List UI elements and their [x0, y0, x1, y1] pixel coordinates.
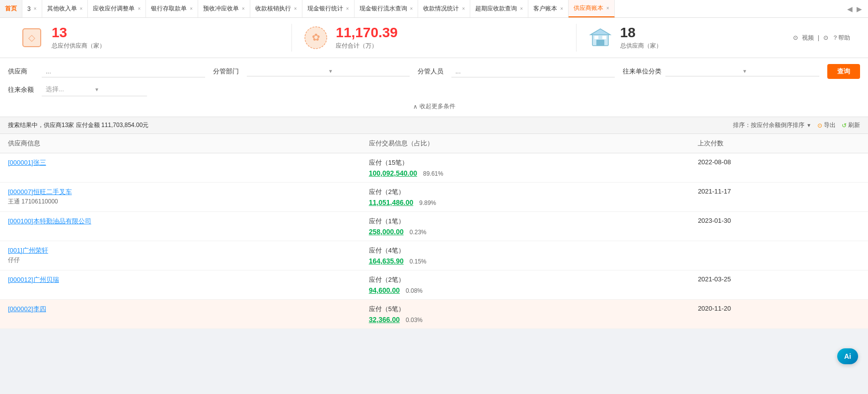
nav-arrow-left[interactable]: ◀ — [845, 5, 855, 13]
nav-overdue-ar-label: 超期应收款查询 — [475, 4, 517, 13]
supplier-link[interactable]: [001]广州荣轩 — [8, 247, 48, 254]
nav-prepay-ar-close[interactable]: × — [242, 6, 245, 11]
supplier-link[interactable]: [000100]本特勤油品有限公司 — [8, 217, 91, 225]
payable-amount[interactable]: 100,092,540.00 — [369, 169, 417, 177]
filter-category: 往来单位分类 ▼ — [623, 66, 820, 76]
last-payment-date: 2022-08-08 — [698, 158, 731, 166]
nav-tab3-close[interactable]: × — [34, 6, 37, 11]
nav-other-income-close[interactable]: × — [80, 6, 83, 11]
payable-amount[interactable]: 11,051,486.00 — [369, 198, 414, 206]
nav-overdue-ar-close[interactable]: × — [520, 6, 523, 11]
result-actions: 排序：按应付余额倒序排序 ▼ ⊙ 导出 ↺ 刷新 — [733, 121, 860, 130]
collapse-label: 收起更多条件 — [420, 102, 455, 111]
nav-item-receipt-verify[interactable]: 收款核销执行 × — [250, 0, 302, 17]
nav-item-customer-ledger[interactable]: 客户账本 × — [528, 0, 569, 17]
table-header-row: 供应商信息 应付交易信息（占比） 上次付数 — [0, 134, 868, 153]
last-payment-date: 2023-01-30 — [698, 217, 731, 224]
help-question-icon: ⊙ — [823, 34, 828, 41]
chevron-down-icon-4: ▼ — [806, 123, 811, 128]
nav-item-supplier-ledger[interactable]: 供应商账本 × — [569, 0, 615, 17]
stat-block-total: 18 总供应商（家） ⊙ 视频 | ⊙ ？帮助 — [577, 24, 860, 52]
nav-item-receipt-stat[interactable]: 收款情况统计 × — [418, 0, 470, 17]
stat-number-payable: 11,170.39 — [336, 26, 398, 40]
supplier-sub: 仔仔 — [8, 256, 353, 264]
nav-item-tab3[interactable]: 3 × — [22, 0, 42, 17]
filter-balance-select[interactable]: 选择... ▼ — [42, 83, 147, 96]
payable-count: 应付（15笔） — [369, 158, 682, 167]
filter-row-1: 供应商 分管部门 ▼ 分管人员 往来单位分类 ▼ 查询 — [8, 64, 860, 79]
nav-receipt-stat-close[interactable]: × — [462, 6, 465, 11]
nav-item-home[interactable]: 首页 — [0, 0, 22, 17]
nav-item-other-income[interactable]: 其他收入单 × — [42, 0, 88, 17]
top-navigation: 首页 3 × 其他收入单 × 应收应付调整单 × 银行存取款单 × 预收冲应收单… — [0, 0, 868, 18]
filter-category-select[interactable]: ▼ — [665, 66, 820, 76]
filter-person-input[interactable] — [451, 66, 615, 77]
nav-item-prepay-ar[interactable]: 预收冲应收单 × — [198, 0, 250, 17]
help-video-link[interactable]: 视频 — [802, 34, 814, 42]
nav-item-cash-bank-stat[interactable]: 现金银行统计 × — [302, 0, 355, 17]
nav-item-bank-deposit[interactable]: 银行存取款单 × — [146, 0, 198, 17]
nav-customer-ledger-label: 客户账本 — [533, 4, 557, 13]
td-supplier-info: [000007]恒旺二手叉车王通 17106110000 — [0, 183, 361, 212]
nav-supplier-ledger-close[interactable]: × — [606, 5, 609, 11]
nav-receipt-verify-label: 收款核销执行 — [255, 4, 291, 13]
supplier-link[interactable]: [000007]恒旺二手叉车 — [8, 188, 72, 196]
payable-amount[interactable]: 164,635.90 — [369, 257, 404, 265]
refresh-button[interactable]: ↺ 刷新 — [842, 121, 860, 130]
td-supplier-info: [000100]本特勤油品有限公司 — [0, 212, 361, 241]
nav-receipt-verify-close[interactable]: × — [294, 6, 297, 11]
payable-amount[interactable]: 258,000.00 — [369, 228, 404, 236]
nav-item-ar-ap-adjust[interactable]: 应收应付调整单 × — [88, 0, 146, 17]
filter-area: 供应商 分管部门 ▼ 分管人员 往来单位分类 ▼ 查询 往来余额 选择 — [0, 58, 868, 117]
td-last-payment: 2021-11-17 — [690, 183, 868, 212]
svg-rect-7 — [594, 36, 598, 39]
help-video-icon: ⊙ — [793, 34, 798, 41]
stat-content-payable: 11,170.39 应付合计（万） — [336, 26, 398, 50]
td-last-payment: 2022-08-08 — [690, 153, 868, 183]
supplier-link[interactable]: [000001]张三 — [8, 159, 46, 166]
stat-number-suppliers: 13 — [52, 26, 105, 40]
sort-dropdown[interactable]: 排序：按应付余额倒序排序 ▼ — [733, 121, 811, 130]
table-row: [000007]恒旺二手叉车王通 17106110000应付（2笔）11,051… — [0, 183, 868, 212]
chevron-down-icon-3: ▼ — [94, 87, 143, 92]
td-supplier-info: [000012]广州贝瑞 — [0, 270, 361, 300]
td-payable-info: 应付（2笔）11,051,486.009.89% — [361, 183, 690, 212]
payable-amount[interactable]: 32,366.00 — [369, 316, 400, 324]
help-link[interactable]: ？帮助 — [832, 34, 850, 42]
td-supplier-info: [000001]张三 — [0, 153, 361, 183]
td-last-payment: 2021-03-25 — [690, 270, 868, 300]
stat-number-total: 18 — [620, 26, 662, 40]
filter-balance-value: 选择... — [46, 85, 94, 94]
nav-ar-ap-adjust-close[interactable]: × — [138, 6, 141, 11]
nav-cash-bank-stat-label: 现金银行统计 — [307, 4, 343, 13]
payable-amount[interactable]: 94,600.00 — [369, 286, 400, 294]
td-payable-info: 应付（1笔）258,000.000.23% — [361, 212, 690, 241]
payable-percent: 0.03% — [406, 317, 423, 324]
nav-item-cash-bank-query[interactable]: 现金银行流水查询 × — [355, 0, 419, 17]
table-row: [000001]张三应付（15笔）100,092,540.0089.61%202… — [0, 153, 868, 183]
nav-prepay-ar-label: 预收冲应收单 — [203, 4, 239, 13]
nav-tab3-label: 3 — [27, 5, 31, 12]
stat-content-suppliers: 13 总应付供应商（家） — [52, 26, 105, 50]
payable-percent: 0.08% — [406, 287, 423, 294]
td-last-payment: 2020-11-20 — [690, 300, 868, 329]
stat-help: ⊙ 视频 | ⊙ ？帮助 — [793, 34, 850, 42]
svg-text:✿: ✿ — [312, 32, 320, 43]
table-row: [000100]本特勤油品有限公司应付（1笔）258,000.000.23%20… — [0, 212, 868, 241]
collapse-button[interactable]: ∧ 收起更多条件 — [413, 102, 455, 111]
nav-cash-bank-query-close[interactable]: × — [410, 6, 413, 11]
supplier-link[interactable]: [000002]李四 — [8, 305, 46, 313]
nav-bank-deposit-close[interactable]: × — [190, 6, 193, 11]
export-button[interactable]: ⊙ 导出 — [817, 121, 836, 130]
export-label: 导出 — [824, 121, 836, 130]
result-bar: 搜索结果中，供应商13家 应付金额 111,703,854.00元 排序：按应付… — [0, 117, 868, 134]
nav-arrow-right[interactable]: ▶ — [855, 5, 864, 13]
supplier-link[interactable]: [000012]广州贝瑞 — [8, 276, 59, 283]
filter-dept-select[interactable]: ▼ — [247, 66, 410, 76]
refresh-icon-symbol: ↺ — [842, 122, 847, 129]
nav-item-overdue-ar[interactable]: 超期应收款查询 × — [470, 0, 528, 17]
query-button[interactable]: 查询 — [827, 64, 860, 79]
filter-supplier-input[interactable] — [42, 66, 205, 77]
nav-cash-bank-stat-close[interactable]: × — [346, 6, 349, 11]
nav-customer-ledger-close[interactable]: × — [560, 6, 563, 11]
